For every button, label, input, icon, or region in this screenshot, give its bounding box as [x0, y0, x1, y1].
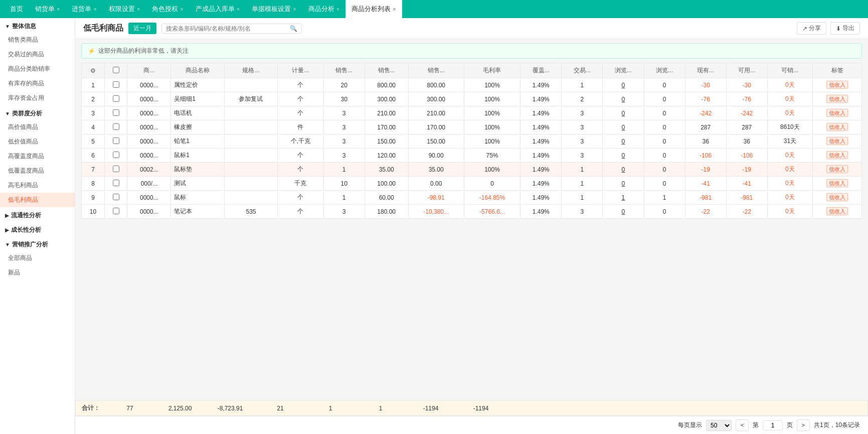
select-all-checkbox[interactable] [113, 67, 119, 73]
row-col10: -242 [726, 106, 767, 120]
search-input[interactable] [166, 25, 290, 32]
nav-purchase-close[interactable]: × [93, 6, 96, 12]
nav-product-analysis[interactable]: 商品分析 × [302, 0, 345, 18]
arrow-down-icon: ▼ [5, 24, 10, 29]
search-icon[interactable]: 🔍 [290, 25, 297, 32]
row-col7[interactable]: 0 [603, 177, 644, 191]
export-button[interactable]: ⬇ 导出 [830, 22, 860, 35]
row-col9: -242 [685, 106, 726, 120]
row-checkbox[interactable] [105, 78, 127, 92]
row-checkbox[interactable] [105, 205, 127, 219]
nav-pa-close[interactable]: × [336, 6, 339, 12]
period-button[interactable]: 近一月 [128, 23, 156, 34]
di-word: 第 [753, 421, 759, 429]
row-col7[interactable]: 1 [603, 191, 644, 205]
row-checkbox[interactable] [105, 92, 127, 106]
row-col7[interactable]: 0 [603, 106, 644, 120]
row-col5: 1.49% [520, 191, 562, 205]
sidebar-group-circulation[interactable]: ▶ 流通性分析 [0, 207, 75, 222]
sidebar-item-traded-goods[interactable]: 交易过的商品 [0, 47, 75, 62]
row-col1: 10 [323, 177, 365, 191]
sidebar-item-high-value[interactable]: 高价值商品 [0, 120, 75, 134]
row-col9: -76 [685, 92, 726, 106]
col-trade-header: 交易... [562, 63, 603, 78]
row-checkbox[interactable] [105, 106, 127, 120]
row-checkbox[interactable] [105, 177, 127, 191]
row-col8: 0 [644, 149, 685, 163]
nav-pal-close[interactable]: × [393, 6, 396, 12]
row-col11: 0天 [767, 106, 812, 120]
row-spec [224, 163, 278, 177]
nav-sales[interactable]: 销货单 × [29, 0, 66, 18]
row-col6: 1 [562, 177, 603, 191]
row-col10: -30 [726, 78, 767, 92]
col-checkbox[interactable] [105, 63, 127, 78]
row-col11: 0天 [767, 92, 812, 106]
sidebar-item-inventory-goods[interactable]: 有库存的商品 [0, 76, 75, 91]
sidebar-group-overview[interactable]: ▼ 整体信息 [0, 18, 75, 33]
sidebar-item-high-coverage[interactable]: 高覆盖度商品 [0, 149, 75, 164]
row-col7[interactable]: 0 [603, 149, 644, 163]
table-container[interactable]: ⚙ 商... 商品名称 规格... 计量... 销售... 销售... 销售..… [75, 63, 868, 400]
footer-col1: 77 [110, 405, 150, 412]
row-col11: 0天 [767, 149, 812, 163]
arrow-right-icon-2: ▶ [5, 227, 9, 233]
sidebar-group-marketing[interactable]: ▼ 营销推广分析 [0, 236, 75, 251]
sidebar-group-growth[interactable]: ▶ 成长性分析 [0, 222, 75, 236]
sidebar-item-all-goods[interactable]: 全部商品 [0, 251, 75, 265]
nav-permission-close[interactable]: × [137, 6, 140, 12]
tag-badge: 低收入 [826, 193, 848, 201]
row-checkbox[interactable] [105, 120, 127, 134]
nav-template-close[interactable]: × [293, 6, 296, 12]
nav-template[interactable]: 单据模板设置 × [246, 0, 302, 18]
row-col7[interactable]: 0 [603, 120, 644, 134]
sidebar-item-high-margin[interactable]: 高毛利商品 [0, 178, 75, 193]
share-button[interactable]: ↗ 分享 [797, 22, 826, 35]
nav-permission[interactable]: 权限设置 × [103, 0, 146, 18]
row-col7[interactable]: 0 [603, 134, 644, 149]
sidebar-item-low-value[interactable]: 低价值商品 [0, 134, 75, 149]
nav-finished-goods[interactable]: 产成品入库单 × [190, 0, 246, 18]
sidebar-item-category-rate[interactable]: 商品分类助销率 [0, 62, 75, 76]
nav-fg-close[interactable]: × [237, 6, 240, 12]
next-page-button[interactable]: ＞ [797, 419, 810, 431]
row-checkbox[interactable] [105, 149, 127, 163]
nav-product-analysis-list[interactable]: 商品分析列表 × [345, 0, 402, 18]
row-checkbox[interactable] [105, 163, 127, 177]
sidebar-item-low-coverage[interactable]: 低覆盖度商品 [0, 164, 75, 178]
row-col4: 100% [464, 120, 520, 134]
row-col5: 1.49% [520, 205, 562, 219]
sidebar-item-sales-goods[interactable]: 销售类商品 [0, 33, 75, 47]
row-code: 0000... [127, 191, 171, 205]
prev-page-button[interactable]: ＜ [736, 419, 749, 431]
row-col4: 100% [464, 78, 520, 92]
nav-role[interactable]: 角色授权 × [146, 0, 189, 18]
nav-role-close[interactable]: × [180, 6, 183, 12]
sidebar-item-low-margin[interactable]: 低毛利商品 [0, 193, 75, 207]
page-input[interactable] [763, 420, 783, 430]
tag-badge: 低收入 [826, 137, 848, 145]
nav-home[interactable]: 首页 [4, 0, 29, 18]
pagination-bar: 每页显示 50 100 200 ＜ 第 页 ＞ 共1页，10条记录 [75, 416, 868, 434]
page-size-select[interactable]: 50 100 200 [706, 420, 732, 431]
col-spec-header: 规格... [224, 63, 278, 78]
nav-sales-close[interactable]: × [57, 6, 60, 12]
row-name: 鼠标 [171, 191, 225, 205]
row-code: 0000... [127, 92, 171, 106]
row-col7[interactable]: 0 [603, 92, 644, 106]
nav-purchase[interactable]: 进货单 × [66, 0, 102, 18]
row-col5: 1.49% [520, 177, 562, 191]
sidebar-item-new-goods[interactable]: 新品 [0, 265, 75, 280]
row-name: 橡皮擦 [171, 120, 225, 134]
col-settings[interactable]: ⚙ [82, 63, 105, 78]
row-col7[interactable]: 0 [603, 78, 644, 92]
row-checkbox[interactable] [105, 134, 127, 149]
sidebar-item-inventory-capital[interactable]: 库存资金占用 [0, 91, 75, 105]
row-no: 7 [82, 163, 105, 177]
footer-col3: -8,723.91 [210, 405, 250, 412]
row-checkbox[interactable] [105, 191, 127, 205]
row-col5: 1.49% [520, 163, 562, 177]
row-col7[interactable]: 0 [603, 205, 644, 219]
sidebar-group-cluster[interactable]: ▼ 类群度分析 [0, 105, 75, 120]
row-col7[interactable]: 0 [603, 163, 644, 177]
